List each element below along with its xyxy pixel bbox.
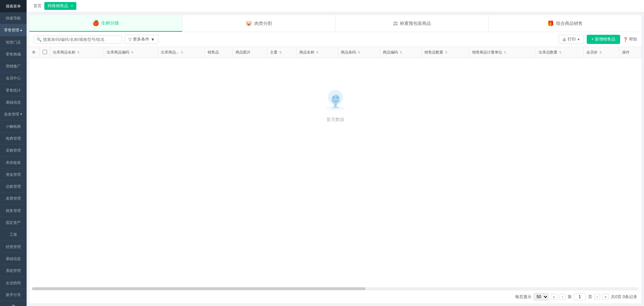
data-table: ⚙ 出库商品名称 ⇅ 出库商品编码 ⇅	[29, 47, 641, 58]
per-page-label: 每页显示	[515, 294, 531, 300]
tab-fresh-grade-icon: 🍎	[92, 20, 99, 26]
col-goods-name: 商品名称 ⇅	[297, 47, 338, 58]
toolbar: 🔍 ▽ 更多条件 ▼ 🖨 打印 ▼ + 新增销售品 ❓ 帮助	[29, 32, 641, 47]
page-unit: 页	[588, 294, 592, 300]
last-page-icon: »	[604, 295, 606, 299]
sidebar-item-operations-mgmt[interactable]: 经营管理	[0, 241, 27, 253]
sidebar-item-tax-mgmt[interactable]: 税务管理	[0, 205, 27, 217]
print-button[interactable]: 🖨 打印 ▼	[558, 35, 584, 44]
empty-text: 暂无数据	[327, 117, 344, 123]
help-icon: ❓	[623, 37, 628, 42]
select-all-checkbox[interactable]	[43, 50, 47, 54]
col-settings[interactable]: ⚙	[29, 47, 40, 58]
search-icon: 🔍	[36, 37, 42, 42]
prev-page-icon: ‹	[562, 295, 563, 299]
first-page-icon: «	[553, 295, 555, 299]
sort-icon[interactable]: ⇅	[358, 51, 360, 54]
sort-icon[interactable]: ⇅	[504, 51, 507, 54]
col-action: 操作	[619, 47, 641, 58]
sidebar-item-mini-ecommerce[interactable]: 小畅电商	[0, 121, 27, 133]
tab-combo-sales[interactable]: 🎁 组合商品销售	[489, 15, 641, 32]
filter-button[interactable]: ▽ 更多条件 ▼	[125, 35, 159, 44]
sidebar-item-retail-mall[interactable]: 零售商城	[0, 48, 27, 60]
page-input[interactable]	[574, 293, 586, 300]
sidebar: 搜索菜单 快捷导航 零售管理 ▲ 智慧门店 零售商城 营销推广 会员中心 零售统…	[0, 0, 27, 306]
sidebar-item-ecommerce-mgmt[interactable]: 电商管理	[0, 133, 27, 144]
sidebar-item-general-ledger[interactable]: 总账管理	[0, 181, 27, 193]
search-input[interactable]	[43, 37, 118, 42]
svg-rect-4	[334, 104, 337, 107]
col-member-price: 会员价 ⇅	[584, 47, 619, 58]
sort-icon[interactable]: ⇅	[131, 51, 134, 54]
breadcrumb-home[interactable]: 首页	[31, 3, 44, 9]
tab-meat-cut[interactable]: 🐷 肉类分割	[182, 15, 335, 32]
page-label: 第	[568, 294, 572, 300]
sidebar-item-sales-promo[interactable]: 营销推广	[0, 60, 27, 72]
print-arrow-icon: ▼	[577, 38, 580, 41]
sidebar-item-labor[interactable]: 工资	[0, 229, 27, 241]
col-sales-qty: 销售品数量 ⇅	[421, 47, 469, 58]
sidebar-item-basic-info2[interactable]: 基础信息	[0, 253, 27, 265]
gear-icon[interactable]: ⚙	[0, 301, 27, 306]
sort-icon[interactable]: ⇅	[400, 51, 402, 54]
sort-icon[interactable]: ⇅	[445, 51, 448, 54]
settings-icon: ⚙	[32, 50, 35, 54]
sidebar-item-wholesale-mgmt[interactable]: 批发管理 ▼	[0, 108, 27, 120]
col-main-unit: 主量 ⇅	[267, 47, 297, 58]
empty-illustration	[322, 85, 349, 112]
main-area: 首页 特殊销售品 × 🍎 生鲜分级 🐷 肉类分割 ⚖ 称重预包装商品 🎁	[27, 0, 644, 306]
tab-weigh-pack-icon: ⚖	[393, 20, 398, 27]
tab-weigh-pack[interactable]: ⚖ 称重预包装商品	[335, 15, 489, 32]
col-checkbox[interactable]	[40, 47, 50, 58]
help-button[interactable]: ❓ 帮助	[623, 36, 637, 42]
sort-icon[interactable]: ⇅	[599, 51, 602, 54]
first-page-button[interactable]: «	[551, 294, 557, 300]
tab-fresh-grade[interactable]: 🍎 生鲜分级	[29, 15, 182, 32]
sidebar-item-inventory-check[interactable]: 库存核算	[0, 157, 27, 169]
sidebar-item-system-mgmt[interactable]: 系统管理	[0, 265, 27, 277]
horizontal-scrollbar[interactable]	[32, 287, 639, 290]
sidebar-item-smart-store[interactable]: 智慧门店	[0, 36, 27, 48]
wholesale-mgmt-arrow: ▼	[20, 112, 23, 117]
sort-icon[interactable]: ⇅	[279, 51, 282, 54]
sidebar-logo[interactable]: 搜索菜单	[0, 0, 27, 12]
sidebar-item-purchase-mgmt[interactable]: 采购管理	[0, 144, 27, 156]
retail-mgmt-arrow: ▲	[20, 28, 23, 32]
scroll-thumb[interactable]	[32, 287, 365, 290]
sidebar-item-fixed-assets[interactable]: 固定资产	[0, 217, 27, 229]
col-out-goods-name: 出库商品名称 ⇅	[50, 47, 104, 58]
sidebar-item-retail-mgmt[interactable]: 零售管理 ▲	[0, 24, 27, 36]
per-page-select[interactable]: 50	[534, 293, 549, 301]
search-box[interactable]: 🔍	[33, 35, 122, 44]
col-out-goods-code: 出库商品编码 ⇅	[104, 47, 158, 58]
sidebar-item-member-center[interactable]: 会员中心	[0, 72, 27, 84]
sort-icon[interactable]: ⇅	[77, 51, 80, 54]
top-bar: 首页 特殊销售品 ×	[27, 0, 644, 12]
svg-rect-5	[332, 107, 339, 108]
sidebar-item-quick-nav[interactable]: 快捷导航	[0, 12, 27, 24]
tabs-row: 🍎 生鲜分级 🐷 肉类分割 ⚖ 称重预包装商品 🎁 组合商品销售	[29, 15, 641, 32]
sort-icon[interactable]: ⇅	[181, 51, 183, 54]
add-sales-button[interactable]: + 新增销售品	[587, 35, 620, 44]
filter-arrow-icon: ▼	[151, 37, 155, 42]
prev-page-button[interactable]: ‹	[559, 294, 566, 300]
sort-icon[interactable]: ⇅	[559, 51, 562, 54]
col-sales-unit: 销售商品计量单位 ⇅	[469, 47, 536, 58]
sidebar-item-enterprise-coop[interactable]: 企业协同	[0, 277, 27, 289]
sidebar-item-invoice-mgmt[interactable]: 发票管理	[0, 193, 27, 204]
sidebar-item-newbie-guide[interactable]: 新手引导	[0, 289, 27, 301]
sidebar-item-retail-stats[interactable]: 零售统计	[0, 85, 27, 96]
table-container: ⚙ 出库商品名称 ⇅ 出库商品编码 ⇅	[29, 47, 641, 287]
svg-point-3	[336, 96, 339, 98]
col-goods-barcode: 商品条码 ⇅	[338, 47, 380, 58]
sidebar-item-basic-info[interactable]: 基础信息	[0, 96, 27, 108]
col-goods-image: 商品图片	[233, 47, 267, 58]
content-area: 🍎 生鲜分级 🐷 肉类分割 ⚖ 称重预包装商品 🎁 组合商品销售 🔍	[29, 15, 641, 303]
sort-icon[interactable]: ⇅	[316, 51, 319, 54]
sidebar-item-finance-mgmt[interactable]: 资金管理	[0, 169, 27, 181]
col-sales-goods: 销售品	[205, 47, 233, 58]
close-tab-icon[interactable]: ×	[71, 4, 73, 8]
next-page-button[interactable]: ›	[594, 294, 600, 300]
breadcrumb-active-tab[interactable]: 特殊销售品 ×	[44, 2, 76, 10]
last-page-button[interactable]: »	[602, 294, 609, 300]
